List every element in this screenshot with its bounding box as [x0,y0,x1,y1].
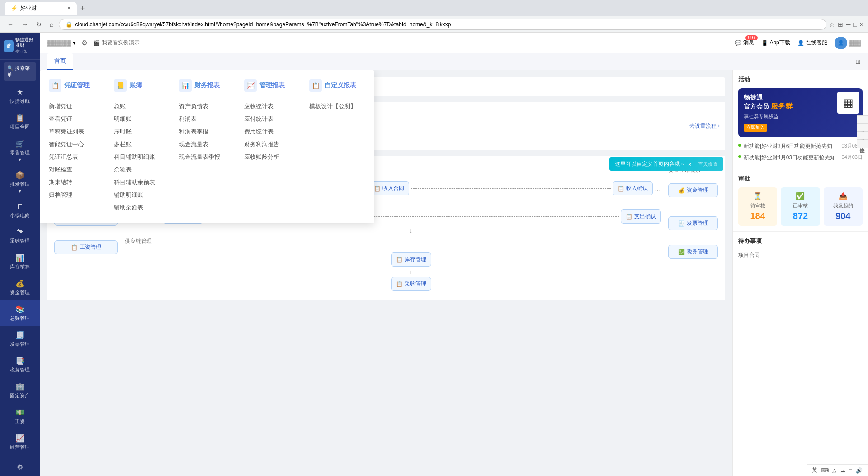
news-item-2[interactable]: 新功能|好业财4月03日功能更新抢先知 04月03日 [738,152,863,163]
triangle-btn[interactable]: △ [832,467,836,474]
sidebar-item-quicknav[interactable]: ★ 快捷导航 [0,83,40,109]
news-item-1[interactable]: 新功能|好业财3月6日功能更新抢先知 03月06日 [738,141,863,152]
forward-btn[interactable]: → [19,20,31,29]
expense-confirm-box[interactable]: 📋 支出确认 [621,209,661,224]
finance-report-header: 📊 财务报表 [179,79,235,95]
menu-ar-aging[interactable]: 应收账龄分析 [244,151,300,163]
keyboard-btn[interactable]: ⌨ [821,467,829,474]
menu-draft-voucher[interactable]: 草稿凭证列表 [49,125,105,138]
menu-detail-ledger[interactable]: 明细账 [114,113,170,125]
tab-expand-btn[interactable]: ⊞ [855,58,861,65]
browser-tab[interactable]: ⚡ 好业财 × [5,2,77,15]
menu-multi-col-ledger[interactable]: 多栏账 [114,138,170,151]
menu-finance-profit-report[interactable]: 财务利润报告 [244,138,300,151]
minimize-btn[interactable]: ─ [846,21,850,28]
sidebar-item-retail[interactable]: 🛒 零售管理 ▼ [0,135,40,167]
menu-period-close[interactable]: 期末结转 [49,176,105,189]
homepage-settings-link[interactable]: 首页设置 [698,161,718,167]
sent-approval-card[interactable]: 📤 我发起的 904 [824,187,863,226]
pending-approval-card[interactable]: ⏳ 待审核 184 [738,187,777,226]
msg-btn[interactable]: 💬 消息 99+ [735,39,754,47]
sidebar-item-invoice[interactable]: 🧾 发票管理 [0,326,40,352]
menu-chrono-ledger[interactable]: 序时账 [114,125,170,138]
menu-balance-table[interactable]: 余额表 [114,163,170,176]
volume-btn[interactable]: 🔊 [856,467,863,474]
menu-smart-voucher[interactable]: 智能凭证中心 [49,138,105,151]
menu-template-design[interactable]: 模板设计【公测】 [309,100,365,113]
user-menu-btn[interactable]: 👤 ▓▓▓ [835,37,861,49]
menu-cashflow[interactable]: 现金流量表 [179,138,235,151]
join-btn[interactable]: 立即加入 [744,124,767,132]
menu-general-ledger[interactable]: 总账 [114,100,170,113]
todo-item-1[interactable]: 项目合同 [738,250,863,261]
refresh-btn[interactable]: ↻ [33,20,44,29]
menu-expense-stats[interactable]: 费用统计表 [244,125,300,138]
sidebar-item-inventory[interactable]: 📊 库存核算 [0,249,40,275]
sidebar-item-assets[interactable]: 🏢 固定资产 [0,378,40,404]
salary-mgmt-box[interactable]: 📋 工资管理 [54,240,118,254]
tax-mgmt-box[interactable]: 💹 税务管理 [668,245,718,259]
sidebar-item-tax[interactable]: 📑 税务管理 [0,352,40,378]
ledger-title: 账簿 [129,81,142,90]
menu-ar-stats[interactable]: 应收统计表 [244,100,300,113]
done-approval-card[interactable]: ✅ 已审核 872 [781,187,820,226]
sidebar-item-fund[interactable]: 💰 资金管理 [0,275,40,300]
demo-btn[interactable]: 🎬 我要看实例演示 [93,39,140,47]
sidebar-search[interactable]: 🔍 搜索菜单 [0,60,40,83]
dropdown-menu[interactable]: 📋 凭证管理 新增凭证 查看凭证 草稿凭证列表 智能凭证中心 凭证汇总表 对账检… [40,70,374,223]
cloud-btn[interactable]: ☁ [840,467,845,474]
new-tab-btn[interactable]: + [80,4,85,12]
menu-subject-aux-detail[interactable]: 科目辅助明细账 [114,151,170,163]
menu-balance-sheet[interactable]: 资产负债表 [179,100,235,113]
menu-ap-stats[interactable]: 应付统计表 [244,113,300,125]
company-selector[interactable]: ▓▓▓▓▓▓ ▾ [47,39,76,46]
menu-archive[interactable]: 归档管理 [49,189,105,201]
maximize-btn[interactable]: □ [853,21,857,28]
search-menu-btn[interactable]: 🔍 搜索菜单 [4,62,36,81]
sidebar-item-purchase[interactable]: 🛍 采购管理 [0,224,40,249]
purchase-mgmt-box[interactable]: 📋 采购管理 [391,277,431,291]
go-setup-link[interactable]: 去设置流程 › [689,122,720,130]
tab-close-btn[interactable]: × [67,5,71,11]
menu-voucher-summary[interactable]: 凭证汇总表 [49,151,105,163]
sidebar-item-accounting[interactable]: 📚 总账管理 [0,300,40,326]
sidebar-item-salary[interactable]: 💵 工资 [0,404,40,429]
settings-btn[interactable]: ⚙ [81,38,88,47]
income-contract-box[interactable]: 📋 收入合同 [369,181,409,195]
address-bar[interactable]: 🔒 [59,19,826,30]
home-btn[interactable]: ⌂ [47,20,56,29]
menu-subject-aux-balance[interactable]: 科目辅助余额表 [114,176,170,189]
address-input[interactable] [75,21,820,28]
menu-view-voucher[interactable]: 查看凭证 [49,113,105,125]
customize-close-btn[interactable]: × [688,161,692,168]
desktop-shortcut-btn[interactable]: 桌面快捷 [857,140,868,148]
bookmark-btn[interactable]: ☆ [829,21,835,28]
menu-profit-loss[interactable]: 利润表 [179,113,235,125]
menu-aux-balance[interactable]: 辅助余额表 [114,201,170,214]
fund-mgmt-right-box[interactable]: 💰 资金管理 [668,183,718,197]
menu-profit-quarterly[interactable]: 利润表季报 [179,125,235,138]
inventory-mgmt-box[interactable]: 📋 库存管理 [391,252,431,267]
invoice-mgmt-box[interactable]: 🧾 发票管理 [668,216,718,230]
online-service-btn[interactable]: 👤 在线客服 [797,39,827,47]
menu-aux-detail[interactable]: 辅助明细账 [114,189,170,201]
income-confirm-box[interactable]: 📋 收入确认 [613,181,653,195]
sidebar-item-project[interactable]: 📋 项目合同 [0,109,40,135]
sidebar-item-wholesale[interactable]: 📦 批发管理 ▼ [0,167,40,198]
menu-reconcile[interactable]: 对账检查 [49,163,105,176]
app-download-btn[interactable]: 📱 App下载 [761,39,790,47]
menu-new-voucher[interactable]: 新增凭证 [49,100,105,113]
extensions-btn[interactable]: ⊞ [838,21,843,28]
sidebar-settings-btn[interactable]: ⚙ [17,463,23,471]
close-window-btn[interactable]: × [860,21,863,28]
community-btn[interactable]: 服务社区 [857,132,868,140]
menu-cashflow-quarterly[interactable]: 现金流量表季报 [179,151,235,163]
hotline-btn[interactable]: 客服热线 [857,124,868,132]
back-btn[interactable]: ← [5,20,16,29]
sidebar-item-operations[interactable]: 📈 经营管理 [0,429,40,455]
lang-btn[interactable]: 英 [812,466,817,474]
tab-home[interactable]: 首页 [47,53,73,70]
sidebar-item-ecommerce[interactable]: 🖥 小畅电商 [0,198,40,224]
window-btn[interactable]: □ [849,467,852,474]
help-center-btn[interactable]: 帮助中心 [857,115,868,124]
